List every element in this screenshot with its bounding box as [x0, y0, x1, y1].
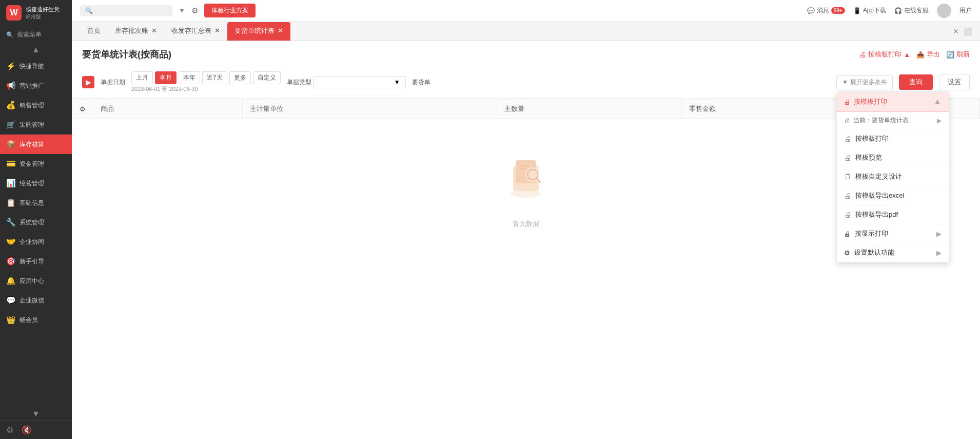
table-header-quantity: 主数量	[497, 99, 681, 119]
app-name: 畅捷通好生意 标准版	[26, 6, 60, 20]
sidebar-item-wechat[interactable]: 💬 企业微信	[0, 291, 72, 310]
sidebar-item-quick-nav[interactable]: ⚡ 快捷导航	[0, 56, 72, 76]
last-7-days-btn[interactable]: 近7天	[202, 71, 227, 84]
online-service-item[interactable]: 🎧 在线客服	[894, 6, 929, 15]
table-header-settings[interactable]: ⚙	[72, 99, 93, 119]
sidebar-item-finance[interactable]: 💳 资金管理	[0, 154, 72, 174]
sidebar-item-sales[interactable]: 💰 销售管理	[0, 96, 72, 115]
sidebar-footer: ⚙ 🔇	[0, 421, 72, 439]
print-template-item[interactable]: 🖨 按模板打印	[837, 129, 949, 148]
print-icon: 🖨	[859, 51, 866, 59]
app-logo-icon: W	[6, 5, 22, 21]
tab-home[interactable]: 首页	[80, 22, 108, 41]
sidebar-scroll-up[interactable]: ▲	[0, 43, 72, 56]
sidebar: W 畅捷通好生意 标准版 🔍 搜索菜单 ▲ ⚡ 快捷导航 📢 营销推广 💰 销售…	[0, 0, 72, 439]
sidebar-item-marketing[interactable]: 📢 营销推广	[0, 76, 72, 96]
search-menu[interactable]: 🔍 搜索菜单	[0, 26, 72, 43]
topbar-gear-icon[interactable]: ⚙	[191, 6, 198, 15]
tab-order-stats[interactable]: 要货单统计表 ✕	[227, 22, 290, 41]
topbar-search-box[interactable]: 🔍	[80, 5, 172, 16]
pdf-icon: 🖨	[844, 211, 851, 219]
this-month-btn[interactable]: 本月	[155, 71, 177, 84]
order-type-select[interactable]: ▼	[313, 76, 406, 88]
sidebar-item-inventory[interactable]: 📦 库存核算	[0, 135, 72, 154]
export-icon: 📤	[916, 51, 925, 59]
sidebar-item-enterprise[interactable]: 🤝 企业协同	[0, 232, 72, 252]
set-default-item[interactable]: ⚙ 设置默认功能 ▶	[837, 243, 949, 262]
query-button[interactable]: 查询	[899, 74, 933, 90]
app-download-item[interactable]: 📱 App下载	[853, 6, 886, 15]
this-year-btn[interactable]: 本年	[179, 71, 200, 84]
topbar-dropdown-arrow[interactable]: ▼	[179, 7, 185, 14]
last-month-btn[interactable]: 上月	[131, 71, 153, 84]
refresh-button[interactable]: 🔄 刷新	[946, 50, 970, 59]
topbar: 🔍 ▼ ⚙ 体验行业方案 💬 消息 99+ 📱 App下载 🎧 在线客服 用户	[72, 0, 980, 22]
basic-icon: 📋	[6, 198, 15, 207]
page-header: 要货单统计表(按商品) 🖨 按模板打印 ▲ 📤 导出 🔄 刷新	[72, 41, 980, 66]
sidebar-item-basic[interactable]: 📋 基础信息	[0, 193, 72, 213]
system-icon: 🔧	[6, 218, 15, 227]
purchase-icon: 🛒	[6, 120, 15, 129]
date-buttons: 上月 本月 本年 近7天 更多 自定义	[131, 71, 281, 84]
design-icon: 🗒	[844, 173, 851, 181]
sidebar-item-system[interactable]: 🔧 系统管理	[0, 213, 72, 232]
search-icon: 🔍	[6, 31, 14, 39]
tab-close-receipt-summary[interactable]: ✕	[214, 27, 220, 34]
excel-icon: 🖨	[844, 192, 851, 200]
message-icon: 💬	[807, 7, 815, 14]
print-dropdown-current: 🖨 当前：要货单统计表 ▶	[837, 112, 949, 129]
marketing-icon: 📢	[6, 81, 15, 90]
tab-close-batch-account[interactable]: ✕	[151, 27, 157, 34]
topbar-right-area: 💬 消息 99+ 📱 App下载 🎧 在线客服 用户	[807, 4, 972, 18]
date-range-text: 2023-06-01 至 2023-06-30	[131, 85, 281, 93]
export-pdf-item[interactable]: 🖨 按模板导出pdf	[837, 205, 949, 224]
preview-template-item[interactable]: 🖨 模板预览	[837, 148, 949, 167]
phone-icon: 📱	[853, 7, 861, 14]
sidebar-item-member[interactable]: 👑 畅会员	[0, 310, 72, 330]
sidebar-item-apps[interactable]: 🔔 应用中心	[0, 271, 72, 291]
sidebar-item-guide[interactable]: 🎯 新手引导	[0, 252, 72, 271]
order-type-filter: 单据类型 ▼	[287, 76, 406, 88]
more-date-btn[interactable]: 更多	[229, 71, 251, 84]
print-template-button[interactable]: 🖨 按模板打印 ▲	[859, 50, 910, 59]
window-maximize-button[interactable]: ⬜	[963, 27, 972, 35]
window-close-button[interactable]: ✕	[953, 27, 959, 35]
sidebar-item-purchase[interactable]: 🛒 采购管理	[0, 115, 72, 135]
sidebar-scroll-down[interactable]: ▼	[0, 407, 72, 421]
tab-close-order-stats[interactable]: ✕	[278, 27, 283, 34]
current-print-icon: 🖨	[844, 117, 850, 124]
export-excel-item[interactable]: 🖨 按模板导出excel	[837, 186, 949, 205]
sidebar-menu: ⚡ 快捷导航 📢 营销推广 💰 销售管理 🛒 采购管理 📦 库存核算 💳 资金管…	[0, 56, 72, 407]
sales-icon: 💰	[6, 101, 15, 110]
page-content-area: 要货单统计表(按商品) 🖨 按模板打印 ▲ 📤 导出 🔄 刷新 ▶	[72, 41, 980, 439]
tab-batch-account[interactable]: 库存批次账 ✕	[108, 22, 164, 41]
settings-button[interactable]: 设置	[939, 74, 970, 90]
table-header-unit: 主计量单位	[242, 99, 497, 119]
tabs-bar: 首页 库存批次账 ✕ 收发存汇总表 ✕ 要货单统计表 ✕ ✕ ⬜	[72, 22, 980, 41]
svg-rect-7	[519, 168, 526, 170]
preview-icon: 🖨	[844, 154, 851, 162]
messages-item[interactable]: 💬 消息 99+	[807, 6, 845, 15]
audio-footer-icon[interactable]: 🔇	[22, 425, 32, 435]
user-avatar[interactable]	[937, 4, 951, 18]
export-button[interactable]: 📤 导出	[916, 50, 940, 59]
display-print-item[interactable]: 🖨 按显示打印 ▶	[837, 224, 949, 243]
window-controls: ✕ ⬜	[953, 27, 972, 35]
enterprise-icon: 🤝	[6, 237, 15, 246]
expand-conditions-button[interactable]: ▼ 展开更多条件	[836, 75, 893, 89]
operations-icon: 📊	[6, 179, 15, 188]
empty-text: 暂无数据	[513, 219, 539, 228]
sidebar-item-operations[interactable]: 📊 经营管理	[0, 174, 72, 193]
set-default-arrow: ▶	[936, 249, 942, 257]
print-dropdown-close[interactable]: ▲	[933, 97, 942, 106]
industry-solution-button[interactable]: 体验行业方案	[204, 4, 256, 17]
settings-footer-icon[interactable]: ⚙	[6, 425, 13, 435]
filter-expand-arrow[interactable]: ▶	[82, 76, 94, 88]
print-dropdown-arrow: ▲	[904, 51, 910, 59]
main-content: 🔍 ▼ ⚙ 体验行业方案 💬 消息 99+ 📱 App下载 🎧 在线客服 用户	[72, 0, 980, 439]
tab-receipt-summary[interactable]: 收发存汇总表 ✕	[164, 22, 227, 41]
order-type-label: 单据类型	[287, 78, 311, 87]
custom-design-item[interactable]: 🗒 模板自定义设计	[837, 167, 949, 186]
refresh-icon: 🔄	[946, 51, 954, 59]
custom-date-btn[interactable]: 自定义	[253, 71, 281, 84]
